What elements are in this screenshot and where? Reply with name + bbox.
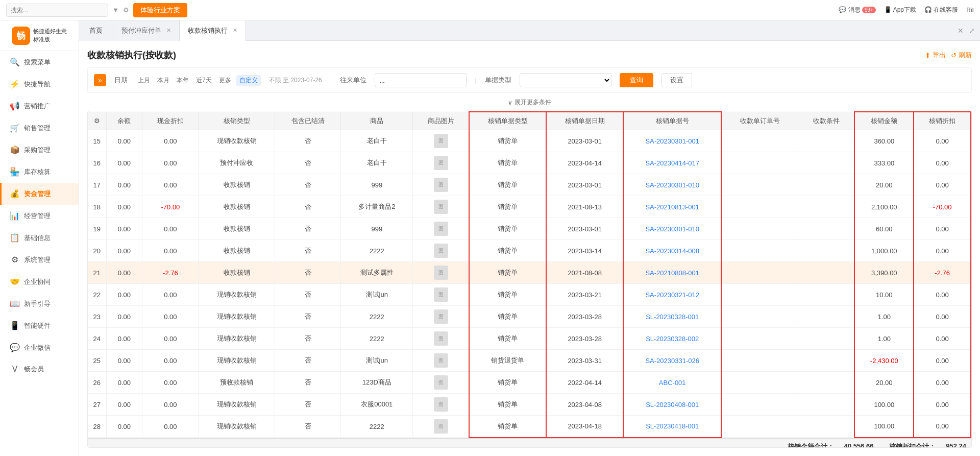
sidebar-item-sales[interactable]: 🛒 销售管理 bbox=[0, 117, 79, 139]
tab-prepay-label: 预付冲应付单 bbox=[121, 26, 161, 35]
td-idx: 16 bbox=[88, 152, 106, 174]
refresh-button[interactable]: ↺ 刷新 bbox=[951, 51, 972, 60]
tab-receipt-close[interactable]: ✕ bbox=[233, 27, 237, 34]
td-verification-type: 现销收款核销 bbox=[199, 284, 275, 306]
tab-prepay-close[interactable]: ✕ bbox=[166, 27, 171, 34]
td-voucher-no: SA-20230331-026 bbox=[623, 350, 721, 372]
notification-area[interactable]: 💬 消息 99+ bbox=[839, 6, 876, 14]
td-voucher-type: 销货单 bbox=[469, 394, 546, 416]
td-idx: 24 bbox=[88, 328, 106, 350]
sidebar-label-inventory: 库存核算 bbox=[24, 167, 51, 177]
sidebar-item-hardware[interactable]: 📱 智能硬件 bbox=[0, 315, 79, 337]
td-cash-discount: -70.00 bbox=[142, 196, 199, 218]
tab-prepay[interactable]: 预付冲应付单 ✕ bbox=[113, 20, 180, 41]
sidebar-item-wechat[interactable]: 💬 企业微信 bbox=[0, 337, 79, 358]
tab-home[interactable]: 首页 bbox=[79, 20, 113, 41]
td-verification-type: 收款核销 bbox=[199, 174, 275, 196]
td-include-settled: 否 bbox=[275, 394, 341, 416]
voucher-no-link[interactable]: SA-20210808-001 bbox=[645, 269, 699, 277]
sidebar-label-basic: 基础信息 bbox=[24, 233, 51, 243]
user-label[interactable]: Rit bbox=[966, 7, 974, 14]
td-include-settled: 否 bbox=[275, 262, 341, 284]
sidebar-item-quick-nav[interactable]: ⚡ 快捷导航 bbox=[0, 73, 79, 95]
filter-separator-1: | bbox=[330, 77, 332, 84]
td-voucher-date: 2023-03-21 bbox=[546, 284, 623, 306]
td-voucher-type: 销货单 bbox=[469, 284, 546, 306]
export-button[interactable]: ⬆ 导出 bbox=[925, 51, 946, 60]
search-input[interactable] bbox=[6, 4, 108, 17]
td-cash-discount: 0.00 bbox=[142, 328, 199, 350]
voucher-type-select[interactable] bbox=[520, 73, 611, 87]
sidebar-label-finance: 资金管理 bbox=[24, 189, 51, 199]
page-title: 收款核销执行(按收款) bbox=[87, 49, 176, 61]
table-row: 23 0.00 0.00 现销收款核销 否 2222 图 销货单 2023-03… bbox=[88, 306, 971, 328]
sidebar-item-system[interactable]: ⚙ 系统管理 bbox=[0, 249, 79, 271]
date-opt-this-year[interactable]: 本年 bbox=[175, 75, 191, 86]
sidebar-item-enterprise[interactable]: 🤝 企业协同 bbox=[0, 271, 79, 293]
td-idx: 18 bbox=[88, 196, 106, 218]
td-voucher-no: SA-20230301-010 bbox=[623, 218, 721, 240]
sidebar-item-basic[interactable]: 📋 基础信息 bbox=[0, 227, 79, 249]
date-opt-7days[interactable]: 近7天 bbox=[194, 75, 214, 86]
window-maximize-icon[interactable]: ⤢ bbox=[969, 27, 975, 35]
query-button[interactable]: 查询 bbox=[620, 73, 653, 87]
date-opt-more[interactable]: 更多 bbox=[217, 75, 233, 86]
gear-icon[interactable]: ⚙ bbox=[123, 6, 129, 14]
solution-button[interactable]: 体验行业方案 bbox=[133, 3, 187, 17]
td-verification-amount: 1.00 bbox=[854, 306, 914, 328]
voucher-no-link[interactable]: ABC-001 bbox=[659, 379, 686, 387]
table-row: 17 0.00 0.00 收款核销 否 999 图 销货单 2023-03-01… bbox=[88, 174, 971, 196]
sidebar-item-search[interactable]: 🔍 搜索菜单 bbox=[0, 51, 79, 73]
counterparty-input[interactable] bbox=[375, 73, 467, 87]
app-download-link[interactable]: 📱 App下载 bbox=[884, 6, 916, 14]
td-receipt-condition bbox=[798, 350, 854, 372]
sidebar-item-finance[interactable]: 💰 资金管理 bbox=[0, 183, 79, 205]
td-receipt-condition bbox=[798, 152, 854, 174]
date-opt-this-month[interactable]: 本月 bbox=[155, 75, 172, 86]
voucher-no-link[interactable]: SA-20230301-010 bbox=[645, 225, 699, 233]
filter-row: » 日期 上月 本月 本年 近7天 更多 自定义 不限 至 2023-07-26… bbox=[94, 73, 965, 87]
settings-button[interactable]: 设置 bbox=[662, 73, 692, 87]
voucher-no-link[interactable]: SA-20230321-012 bbox=[645, 291, 699, 299]
sidebar-item-guide[interactable]: 📖 新手引导 bbox=[0, 293, 79, 315]
td-receipt-order-no bbox=[721, 262, 798, 284]
sidebar-icon-enterprise: 🤝 bbox=[10, 277, 20, 286]
th-settings[interactable]: ⚙ bbox=[88, 112, 106, 130]
date-opt-custom[interactable]: 自定义 bbox=[236, 75, 261, 86]
voucher-no-link[interactable]: SA-20230301-010 bbox=[645, 181, 699, 189]
td-balance: 0.00 bbox=[106, 174, 142, 196]
voucher-no-link[interactable]: SA-20230331-026 bbox=[645, 357, 699, 365]
voucher-no-link[interactable]: SA-20210813-001 bbox=[645, 203, 699, 211]
online-service-link[interactable]: 🎧 在线客服 bbox=[924, 6, 958, 14]
td-voucher-no: SA-20210813-001 bbox=[623, 196, 721, 218]
sidebar-item-member[interactable]: V 畅会员 bbox=[0, 358, 79, 380]
date-opt-last-month[interactable]: 上月 bbox=[136, 75, 152, 86]
td-verification-type: 收款核销 bbox=[199, 196, 275, 218]
table-row: 15 0.00 0.00 现销收款核销 否 老白干 图 销货单 2023-03-… bbox=[88, 130, 971, 152]
tab-receipt[interactable]: 收款核销执行 ✕ bbox=[180, 20, 246, 41]
voucher-no-link[interactable]: SL-20230328-002 bbox=[646, 335, 699, 343]
sidebar-item-marketing[interactable]: 📢 营销推广 bbox=[0, 95, 79, 117]
td-idx: 25 bbox=[88, 350, 106, 372]
voucher-no-link[interactable]: SA-20230314-008 bbox=[645, 247, 699, 255]
window-close-icon[interactable]: ✕ bbox=[958, 27, 964, 35]
notification-badge: 99+ bbox=[862, 7, 876, 13]
voucher-no-link[interactable]: SL-20230328-001 bbox=[646, 313, 699, 321]
sidebar-item-inventory[interactable]: 🏪 库存核算 bbox=[0, 161, 79, 183]
td-goods-image: 图 bbox=[413, 284, 470, 306]
voucher-no-link[interactable]: SA-20230414-017 bbox=[645, 159, 699, 167]
voucher-no-link[interactable]: SL-20230408-001 bbox=[646, 401, 699, 409]
sidebar-item-business[interactable]: 📊 经营管理 bbox=[0, 205, 79, 227]
expand-more-row[interactable]: ∨ 展开更多条件 bbox=[87, 98, 972, 107]
td-verification-amount: 3,390.00 bbox=[854, 262, 914, 284]
dropdown-arrow-icon: ▼ bbox=[112, 6, 119, 14]
sidebar-item-purchase[interactable]: 📦 采购管理 bbox=[0, 139, 79, 161]
td-verification-amount: 100.00 bbox=[854, 394, 914, 416]
voucher-no-link[interactable]: SL-20230418-001 bbox=[646, 422, 699, 430]
td-voucher-date: 2023-03-01 bbox=[546, 130, 623, 152]
filter-expand-button[interactable]: » bbox=[94, 74, 106, 86]
voucher-no-link[interactable]: SA-20230301-001 bbox=[645, 137, 699, 145]
td-verification-type: 预付冲应收 bbox=[199, 152, 275, 174]
td-verification-type: 现销收款核销 bbox=[199, 306, 275, 328]
sidebar-icon-inventory: 🏪 bbox=[10, 167, 20, 177]
